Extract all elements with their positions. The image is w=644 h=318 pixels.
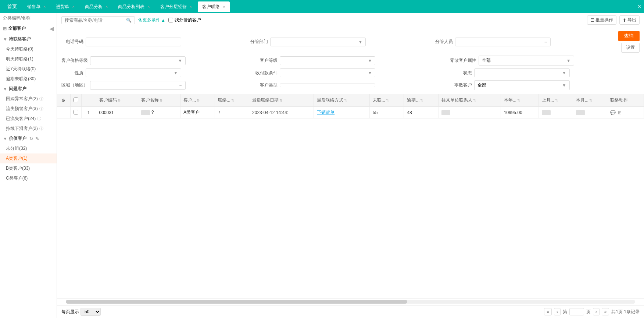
- row-checkbox[interactable]: [74, 110, 78, 114]
- sidebar-item-churn-warning[interactable]: 流失预警客户(3) ⓘ: [0, 104, 57, 114]
- price-level-select[interactable]: ▼: [90, 56, 186, 65]
- sidebar-item-a-class[interactable]: A类客户(1): [0, 153, 57, 163]
- per-page-select[interactable]: 50 100 200: [80, 308, 101, 316]
- sidebar-search-input[interactable]: [3, 15, 57, 21]
- nav-tab-customer-contact-close[interactable]: ×: [223, 4, 225, 9]
- select-all-checkbox[interactable]: [74, 98, 78, 102]
- nav-tab-sales-close[interactable]: ×: [43, 4, 46, 9]
- sidebar-item-c-class[interactable]: C类客户(6): [0, 173, 57, 183]
- refresh-icon[interactable]: ↻: [29, 136, 33, 141]
- chat-icon[interactable]: 💬: [610, 110, 616, 115]
- page-input[interactable]: 1: [569, 308, 584, 315]
- sidebar-item-ungroup[interactable]: 未分组(32): [0, 144, 57, 153]
- td-last-method[interactable]: 下销货单: [314, 107, 370, 119]
- nav-tab-customer-contact-label: 客户联络: [202, 4, 220, 10]
- qrcode-icon[interactable]: ⊞: [618, 110, 622, 115]
- td-cust-code: 000031: [96, 107, 138, 119]
- scrollbar-thumb[interactable]: [66, 300, 407, 304]
- sidebar-all-customers[interactable]: ⊞ 全部客户 ◀: [0, 23, 57, 34]
- region-dots-icon[interactable]: ···: [179, 83, 182, 88]
- nav-tab-purchase[interactable]: 进货单 ×: [51, 1, 79, 12]
- sidebar-item-tomorrow[interactable]: 明天待联络(1): [0, 54, 57, 64]
- nav-tab-sales[interactable]: 销售单 ×: [23, 1, 50, 12]
- last-page-button[interactable]: »: [602, 308, 609, 315]
- th-last-month-label: 上月...: [542, 97, 554, 103]
- sidebar: 🔍 ⊞ 全部客户 ◀ ▼ 待联络客户 今天待联络(0) 明天待联络(1) 近7天…: [0, 13, 57, 318]
- person-select[interactable]: ···: [455, 38, 551, 46]
- th-settings[interactable]: ⚙: [57, 94, 70, 107]
- status-select[interactable]: ▼: [474, 68, 570, 77]
- th-this-month[interactable]: 本月...⇅: [573, 94, 607, 107]
- th-action-label: 联络动作: [610, 98, 628, 103]
- filter-search-icon[interactable]: 🔍: [126, 18, 132, 23]
- sidebar-item-ungroup-label: 未分组(32): [6, 145, 27, 152]
- retail-caret-icon: ▼: [562, 83, 566, 88]
- th-cust-code[interactable]: 客户编码⇅: [96, 94, 138, 107]
- nav-tab-product-analysis-close[interactable]: ×: [105, 4, 108, 9]
- query-button[interactable]: 查询: [618, 31, 640, 41]
- th-unit-contact[interactable]: 往来单位联系人⇅: [438, 94, 501, 107]
- th-overdue[interactable]: 逾期...⇅: [404, 94, 438, 107]
- nav-tab-customer-segment[interactable]: 客户分层经营 ×: [156, 1, 196, 12]
- close-all-tabs[interactable]: ×: [638, 3, 641, 10]
- sidebar-group-problem[interactable]: ▼ 问题客户: [0, 84, 57, 94]
- first-page-button[interactable]: «: [544, 308, 552, 315]
- dept-select[interactable]: ▼: [270, 38, 366, 46]
- sidebar-item-today[interactable]: 今天待联络(0): [0, 44, 57, 54]
- filter-search-input[interactable]: [65, 18, 125, 23]
- th-last-date[interactable]: 最后联络日期⇅: [249, 94, 314, 107]
- sidebar-item-churned[interactable]: 已流失客户(24) ⓘ: [0, 114, 57, 124]
- th-this-year[interactable]: 本年...⇅: [501, 94, 539, 107]
- filter-row-3: 性质 ▼ 收付款条件 ▼ 状态: [61, 68, 640, 77]
- td-last-date: 2023-04-12 14:44:: [249, 107, 314, 119]
- th-cust-type-label: 客户...: [183, 97, 196, 103]
- edit-icon[interactable]: ✎: [35, 136, 39, 141]
- sidebar-item-overdue[interactable]: 逾期未联络(30): [0, 74, 57, 84]
- nav-tab-purchase-close[interactable]: ×: [72, 4, 74, 9]
- sidebar-group-pending-label: 待联络客户: [9, 36, 31, 42]
- filter-more-conditions[interactable]: ⚗ 更多条件 ▲: [138, 17, 165, 23]
- retail-select[interactable]: 全部 ▼: [474, 80, 570, 90]
- td-row-settings: [57, 107, 70, 119]
- nav-tab-customer-contact[interactable]: 客户联络 ×: [198, 1, 229, 12]
- cust-type-select[interactable]: [280, 84, 375, 87]
- filter-row-1: 电话号码 分管部门 ▼ 分管人员 ···: [61, 31, 640, 53]
- nav-tab-product-list[interactable]: 商品分析列表 ×: [114, 1, 154, 12]
- region-select[interactable]: ···: [90, 81, 186, 90]
- nav-tab-product-list-close[interactable]: ×: [147, 4, 150, 9]
- my-customers-checkbox[interactable]: [168, 18, 173, 22]
- sidebar-group-pending[interactable]: ▼ 待联络客户: [0, 34, 57, 44]
- batch-operation-button[interactable]: ☰ 批量操作: [587, 15, 616, 25]
- th-no-contact[interactable]: 未联...⇅: [369, 94, 404, 107]
- horizontal-scrollbar[interactable]: [66, 300, 635, 304]
- info-icon-2: ⓘ: [39, 106, 43, 112]
- th-cust-name[interactable]: 客户名称⇅: [138, 94, 180, 107]
- settings-button[interactable]: 设置: [621, 43, 640, 53]
- nav-tab-customer-segment-close[interactable]: ×: [190, 4, 192, 9]
- sidebar-item-abnormal[interactable]: 回购异常客户(2) ⓘ: [0, 94, 57, 104]
- sidebar-item-week[interactable]: 近7天待联络(0): [0, 64, 57, 74]
- th-last-month[interactable]: 上月...⇅: [539, 94, 573, 107]
- last-method-link[interactable]: 下销货单: [317, 110, 334, 115]
- nav-home[interactable]: 首页: [3, 1, 21, 12]
- sidebar-collapse-icon[interactable]: ◀: [50, 26, 54, 32]
- sidebar-item-declining[interactable]: 持续下滑客户(2) ⓘ: [0, 124, 57, 134]
- th-last-method[interactable]: 最后联络方式⇅: [314, 94, 370, 107]
- export-button[interactable]: ⬆ 导出: [619, 15, 640, 25]
- pay-condition-select[interactable]: ▼: [280, 68, 375, 77]
- phone-input[interactable]: [86, 38, 181, 46]
- prev-page-button[interactable]: ‹: [554, 308, 561, 315]
- th-cust-type[interactable]: 客户...⇅: [180, 94, 215, 107]
- cust-level-select[interactable]: ▼: [280, 56, 375, 65]
- next-page-button[interactable]: ›: [593, 308, 600, 315]
- th-contact[interactable]: 联络...⇅: [215, 94, 249, 107]
- export-label: 导出: [627, 17, 636, 23]
- my-customers-filter[interactable]: 我分管的客户: [168, 17, 201, 23]
- settings-icon[interactable]: ⚙: [61, 98, 65, 103]
- nature-select[interactable]: ▼: [86, 68, 181, 77]
- sidebar-item-b-class[interactable]: B类客户(33): [0, 163, 57, 173]
- th-last-method-label: 最后联络方式: [317, 97, 343, 103]
- nav-tab-product-analysis[interactable]: 商品分析 ×: [80, 1, 112, 12]
- retail-attr-select[interactable]: 全部 ▼: [479, 56, 574, 66]
- sidebar-group-value[interactable]: ▼ 价值客户 ↻ ✎: [0, 134, 57, 144]
